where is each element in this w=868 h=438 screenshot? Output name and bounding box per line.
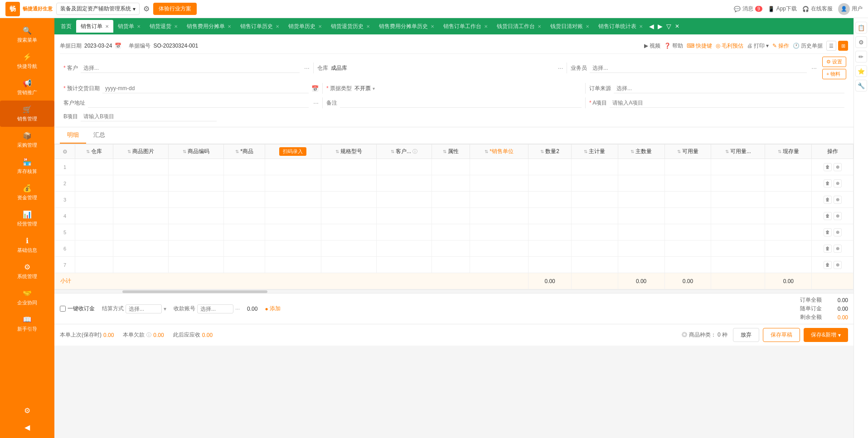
profit-action[interactable]: ◎ 毛利预估: [716, 42, 743, 50]
tab-fee-history[interactable]: 销售费用分摊单历史 ✕: [374, 20, 439, 33]
tab-close-icon[interactable]: ✕: [228, 24, 231, 29]
tab-detail[interactable]: 明细: [60, 127, 86, 144]
invoice-select[interactable]: 不开票 ▾: [354, 85, 582, 92]
row-delete-btn[interactable]: 🗑: [824, 245, 832, 253]
row-copy-btn[interactable]: ⊕: [834, 261, 842, 269]
row-delete-btn[interactable]: 🗑: [824, 163, 832, 171]
save-new-button[interactable]: 保存&新增 ▾: [804, 328, 848, 342]
tab-close-icon[interactable]: ✕: [586, 24, 589, 29]
row-copy-btn[interactable]: ⊕: [834, 245, 842, 253]
tab-stats[interactable]: 销售订单统计表 ✕: [594, 20, 647, 33]
one-click-checkbox[interactable]: 一键收订金: [60, 305, 95, 313]
sidebar-item-system[interactable]: ⚙ 系统管理: [0, 258, 54, 284]
industry-button[interactable]: 体验行业方案: [153, 3, 197, 15]
row-copy-btn[interactable]: ⊕: [834, 163, 842, 171]
b-project-input[interactable]: [81, 112, 217, 121]
save-draft-button[interactable]: 保存草稿: [763, 328, 800, 342]
row-copy-btn[interactable]: ⊕: [834, 196, 842, 204]
customer-input[interactable]: [81, 63, 300, 73]
view-action[interactable]: ▶ 视频: [644, 42, 660, 50]
a-project-input[interactable]: [610, 98, 844, 108]
tab-daily-workbench[interactable]: 钱货日清工作台 ✕: [492, 20, 546, 33]
tab-summary[interactable]: 汇总: [86, 127, 112, 144]
sidebar-item-operations[interactable]: 📊 经营管理: [0, 206, 54, 232]
account-input[interactable]: [197, 304, 233, 313]
user-item[interactable]: 👤 用户: [838, 3, 863, 15]
customer-addr-input[interactable]: [88, 98, 309, 108]
order-source-input[interactable]: [614, 84, 844, 93]
sidebar-item-search[interactable]: 🔍 搜索菜单: [0, 22, 54, 48]
calendar2-icon[interactable]: 📅: [311, 85, 319, 92]
row-delete-btn[interactable]: 🗑: [824, 212, 832, 220]
tab-workbench[interactable]: 销售订单工作台 ✕: [439, 20, 492, 33]
tab-close-icon[interactable]: ✕: [538, 24, 541, 29]
sidebar-item-guide[interactable]: 📖 新手引导: [0, 311, 54, 337]
scan-button[interactable]: 扫码录入: [279, 147, 306, 156]
tab-close-icon[interactable]: ✕: [318, 24, 322, 29]
tab-invoice-history[interactable]: 销货单历史 ✕: [284, 20, 326, 33]
row-delete-btn[interactable]: 🗑: [824, 228, 832, 236]
tab-home[interactable]: 首页: [56, 20, 76, 33]
tab-close-icon[interactable]: ✕: [366, 24, 370, 29]
tab-next-btn[interactable]: ▶: [656, 23, 664, 30]
tab-daily-reconcile[interactable]: 钱货日清对账 ✕: [546, 20, 594, 33]
row-copy-btn[interactable]: ⊕: [834, 179, 842, 188]
operate-action[interactable]: ✎ 操作: [772, 42, 789, 50]
payment-input[interactable]: [126, 304, 162, 313]
discard-button[interactable]: 放弃: [733, 328, 759, 342]
sidebar-item-purchase[interactable]: 📦 采购管理: [0, 127, 54, 153]
settings-icon[interactable]: ⚙: [143, 5, 150, 13]
sidebar-item-marketing[interactable]: 📢 营销推广: [0, 74, 54, 101]
col-settings[interactable]: ⚙: [55, 144, 75, 159]
sidebar-item-cooperation[interactable]: 🤝 企业协同: [0, 284, 54, 311]
tab-sales-order-history[interactable]: 销售订单历史 ✕: [236, 20, 284, 33]
right-panel-clipboard-btn[interactable]: 📋: [855, 22, 867, 34]
row-delete-btn[interactable]: 🗑: [824, 261, 832, 269]
tab-sales-order[interactable]: 销售订单 ✕: [76, 20, 113, 33]
sidebar-item-inventory[interactable]: 🏪 库存核算: [0, 153, 54, 179]
tab-close-icon[interactable]: ✕: [276, 24, 279, 29]
material-side-btn[interactable]: + 物料: [822, 69, 846, 79]
tab-close-icon[interactable]: ✕: [639, 24, 643, 29]
row-copy-btn[interactable]: ⊕: [834, 212, 842, 220]
help-action[interactable]: ❓ 帮助: [664, 42, 683, 50]
warehouse-dots-icon[interactable]: ···: [558, 64, 563, 72]
online-support-item[interactable]: 🎧 在线客服: [802, 5, 833, 13]
sidebar-settings-icon[interactable]: ⚙: [21, 404, 33, 418]
right-panel-star-btn[interactable]: ⭐: [855, 65, 867, 77]
tab-close-icon[interactable]: ✕: [431, 24, 434, 29]
shortcut-action[interactable]: ⌨ 快捷键: [687, 42, 712, 50]
tab-close-icon[interactable]: ✕: [484, 24, 488, 29]
account-dots-icon[interactable]: ···: [235, 306, 240, 312]
sidebar-item-shortcut[interactable]: ⚡ 快捷导航: [0, 48, 54, 74]
row-copy-btn[interactable]: ⊕: [834, 228, 842, 236]
print-action[interactable]: 🖨 打印 ▾: [747, 42, 769, 50]
scroll-thumb[interactable]: [122, 290, 267, 293]
app-download-item[interactable]: 📱 App下载: [768, 5, 797, 13]
addr-dots-icon[interactable]: ···: [313, 99, 319, 106]
add-button[interactable]: ● 添加: [265, 305, 280, 313]
sidebar-item-sales[interactable]: 🛒 销售管理: [0, 101, 54, 127]
scroll-area[interactable]: [54, 289, 853, 293]
salesperson-input[interactable]: [590, 63, 807, 73]
settings-side-btn[interactable]: ⚙ 设置: [822, 57, 846, 67]
right-panel-settings-btn[interactable]: ⚙: [855, 36, 867, 48]
delivery-input[interactable]: [102, 84, 309, 93]
row-delete-btn[interactable]: 🗑: [824, 179, 832, 188]
notes-input[interactable]: [340, 98, 582, 108]
tab-sales-return[interactable]: 销货退货 ✕: [145, 20, 182, 33]
calendar-icon[interactable]: 📅: [115, 43, 121, 49]
right-panel-tool-btn[interactable]: 🔧: [855, 80, 867, 91]
save-new-chevron-icon[interactable]: ▾: [838, 332, 841, 338]
salesperson-dots-icon[interactable]: ···: [811, 64, 817, 72]
list-view-btn[interactable]: ☰: [826, 41, 836, 51]
one-click-check[interactable]: [60, 306, 66, 312]
sidebar-item-basics[interactable]: ℹ 基础信息: [0, 232, 54, 258]
tab-menu-btn[interactable]: ▽: [664, 23, 673, 30]
history-action[interactable]: 🕐 历史单据: [793, 42, 823, 50]
right-panel-edit-btn[interactable]: ✏: [855, 51, 867, 63]
tab-prev-btn[interactable]: ◀: [647, 23, 656, 30]
tab-return-history[interactable]: 销货退货历史 ✕: [326, 20, 374, 33]
sidebar-item-finance[interactable]: 💰 资金管理: [0, 179, 54, 206]
tab-sales-fee[interactable]: 销售费用分摊单 ✕: [182, 20, 236, 33]
